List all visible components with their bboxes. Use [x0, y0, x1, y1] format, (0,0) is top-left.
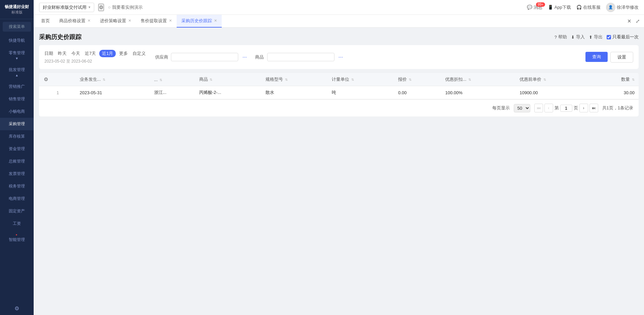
supplier-more-button[interactable]: ···: [242, 54, 247, 60]
sidebar-item-general[interactable]: 总账管理: [0, 155, 34, 168]
first-page-button[interactable]: ⏮: [534, 104, 543, 112]
sort-icon: ⇅: [468, 78, 471, 81]
sidebar-item-purchase[interactable]: 采购管理: [0, 118, 34, 130]
sidebar-item-salary[interactable]: 工资: [0, 217, 34, 230]
topbar-demo[interactable]: ○ 我要看实例演示: [108, 4, 143, 10]
sidebar-item-inventory[interactable]: 库存核算: [0, 130, 34, 143]
prev-page-button[interactable]: ‹: [544, 104, 553, 112]
sidebar-item-label: 税务管理: [9, 183, 25, 189]
only-last-checkbox-label[interactable]: 只看最后一次: [607, 34, 639, 40]
sidebar-item-label: 智能管理: [9, 237, 25, 243]
settings-icon[interactable]: ⚙: [14, 306, 19, 311]
col-gear[interactable]: ⚙: [39, 73, 52, 86]
col-discount[interactable]: 优惠折扣... ⇅: [441, 73, 515, 86]
sidebar-item-ecommerce[interactable]: 小畅电商: [0, 105, 34, 118]
sidebar-item-invoice[interactable]: 发票管理: [0, 168, 34, 180]
col-pre-discount-price[interactable]: 优惠前单价 ⇅: [515, 73, 592, 86]
tab-purchase-strategy-close[interactable]: ✕: [128, 19, 131, 23]
supplier-input[interactable]: [171, 53, 238, 61]
version-selector[interactable]: 好业财标准版交付试用 ▾: [39, 3, 94, 12]
app-download-button[interactable]: 📱 App下载: [548, 4, 571, 10]
col-quantity[interactable]: 数量 ⇅: [592, 73, 639, 86]
tab-sale-price[interactable]: 售价提取设置 ✕: [136, 15, 177, 28]
import-action[interactable]: ⬇ 导入: [571, 34, 585, 40]
sort-icon: ⇅: [210, 78, 212, 81]
user-profile[interactable]: 👤 徐泽华修改: [606, 3, 639, 12]
date-option-last7[interactable]: 近7天: [83, 50, 97, 57]
tab-history-price-close[interactable]: ✕: [214, 19, 217, 23]
per-page-select[interactable]: 50: [514, 104, 530, 112]
row-price-cell: 0.00: [394, 86, 441, 99]
last-page-button[interactable]: ⏭: [589, 104, 598, 112]
row-pre-discount-price-cell: 10900.00: [515, 86, 592, 99]
only-last-checkbox[interactable]: [607, 35, 611, 39]
col-price-label: 报价: [398, 77, 407, 82]
date-option-more[interactable]: 更多: [118, 50, 129, 57]
sidebar-item-wholesale[interactable]: 批发管理 ▲: [0, 64, 34, 80]
col-goods[interactable]: 商品 ⇅: [195, 73, 261, 86]
page-number-input[interactable]: [560, 105, 572, 112]
sidebar-item-label: 资金管理: [9, 146, 25, 152]
tab-price-close[interactable]: ✕: [87, 19, 91, 23]
goods-filter-label: 商品: [255, 54, 264, 60]
date-option-last1m[interactable]: 近1月: [99, 50, 116, 57]
col-quantity-label: 数量: [621, 77, 630, 82]
sidebar-item-retail[interactable]: 零售管理 ▼: [0, 47, 34, 64]
sidebar-item-quick-nav[interactable]: 快捷导航: [0, 34, 34, 47]
import-label: 导入: [576, 34, 585, 40]
sort-icon: ⇅: [543, 78, 546, 81]
table-head: ⚙ 业务发生... ⇅ ... ⇅ 商品 ⇅: [39, 73, 639, 86]
col-discount-label: 优惠折扣...: [445, 77, 466, 82]
sidebar-item-label: 发票管理: [9, 171, 25, 177]
goods-input[interactable]: [267, 53, 334, 61]
tab-purchase-strategy[interactable]: 进价策略设置 ✕: [95, 15, 136, 28]
chevron-down-icon: ▼: [15, 57, 19, 60]
online-service-button[interactable]: 🎧 在线客服: [576, 4, 601, 10]
col-spec[interactable]: 规格型号 ⇅: [261, 73, 328, 86]
sidebar-item-finance[interactable]: 资金管理: [0, 143, 34, 155]
sidebar-item-ecmanage[interactable]: 电商管理: [0, 193, 34, 205]
date-option-custom[interactable]: 自定义: [131, 50, 147, 57]
sidebar-search-button[interactable]: 搜索菜单: [3, 22, 31, 32]
export-action[interactable]: ⬆ 导出: [589, 34, 603, 40]
sidebar-item-smart[interactable]: ●智能管理: [0, 230, 34, 246]
topbar-gear-button[interactable]: ⚙: [98, 4, 104, 11]
date-option-today[interactable]: 今天: [70, 50, 81, 57]
goods-more-button[interactable]: ···: [338, 54, 343, 60]
import-icon: ⬇: [571, 35, 575, 40]
tab-history-price[interactable]: 采购历史价跟踪 ✕: [177, 15, 222, 28]
table-header-row: ⚙ 业务发生... ⇅ ... ⇅ 商品 ⇅: [39, 73, 639, 86]
sidebar-item-label: 快捷导航: [9, 38, 25, 43]
dot-icon: ●: [16, 233, 17, 236]
tab-expand-button[interactable]: ⤢: [634, 17, 641, 26]
topbar: 好业财标准版交付试用 ▾ ⚙ ○ 我要看实例演示 💬 消息 99+ 📱 App下…: [34, 0, 644, 15]
chevron-down-icon: ▾: [88, 5, 91, 9]
sidebar-item-sales[interactable]: 销售管理: [0, 93, 34, 105]
sort-icon: ⇅: [103, 78, 105, 81]
sidebar-item-assets[interactable]: 固定资产: [0, 205, 34, 217]
tab-price[interactable]: 商品价格设置 ✕: [55, 15, 95, 28]
sidebar-item-label: 销售管理: [9, 96, 25, 102]
supplier-filter-label: 供应商: [155, 54, 168, 60]
col-price[interactable]: 报价 ⇅: [394, 73, 441, 86]
tab-close-button[interactable]: ✕: [626, 17, 633, 26]
sidebar-item-marketing[interactable]: 营销推广: [0, 80, 34, 93]
tab-sale-price-close[interactable]: ✕: [169, 19, 172, 23]
app-icon: 📱: [548, 5, 553, 10]
gear-icon[interactable]: ⚙: [44, 76, 48, 82]
help-icon: ?: [554, 35, 557, 40]
date-option-yesterday[interactable]: 昨天: [57, 50, 68, 57]
sidebar-item-label: 营销推广: [9, 84, 25, 90]
query-button[interactable]: 查询: [585, 52, 608, 62]
settings-button[interactable]: 设置: [610, 52, 633, 63]
col-unit[interactable]: 计量单位 ⇅: [328, 73, 394, 86]
col-more[interactable]: ... ⇅: [150, 73, 195, 86]
tab-home[interactable]: 首页: [36, 15, 55, 28]
help-action[interactable]: ? 帮助: [554, 34, 567, 40]
sidebar-item-tax[interactable]: 税务管理: [0, 180, 34, 193]
tab-bar: 首页 商品价格设置 ✕ 进价策略设置 ✕ 售价提取设置 ✕ 采购历史价跟踪 ✕ …: [34, 15, 644, 28]
messages-button[interactable]: 💬 消息 99+: [527, 4, 542, 10]
row-biz-date-cell: 2023-05-31: [76, 86, 150, 99]
next-page-button[interactable]: ›: [579, 104, 588, 112]
col-biz-date[interactable]: 业务发生... ⇅: [76, 73, 150, 86]
